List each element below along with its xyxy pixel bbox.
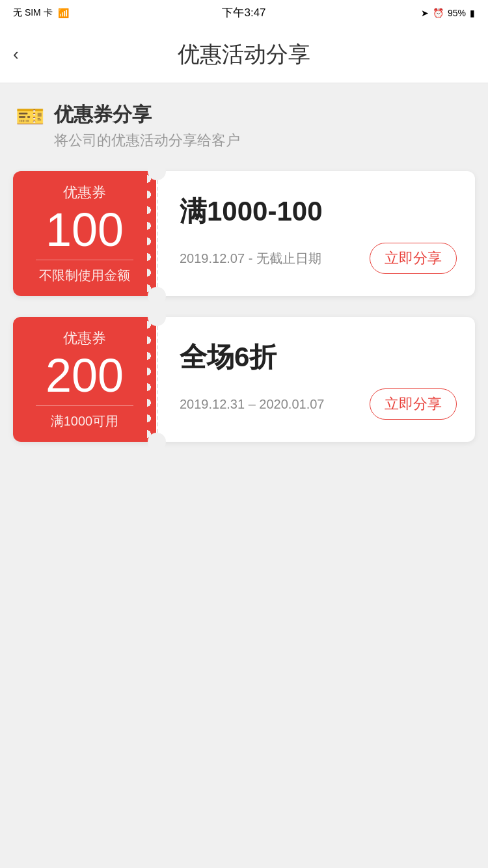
battery-text: 95% [448, 8, 466, 18]
status-bar: 无 SIM 卡 📶 下午3:47 ➤ ⏰ 95% ▮ [0, 0, 488, 26]
section-text-group: 优惠券分享 将公司的优惠活动分享给客户 [54, 102, 240, 150]
coupon-amount: 200 [46, 352, 124, 399]
coupon-right: 满1000-100 2019.12.07 - 无截止日期 立即分享 [156, 171, 475, 296]
coupon-condition: 不限制使用金额 [39, 267, 130, 284]
coupon-bottom-row: 2019.12.07 - 无截止日期 立即分享 [180, 243, 457, 274]
share-button[interactable]: 立即分享 [370, 243, 457, 274]
coupon-left: 优惠券 100 不限制使用金额 [13, 171, 156, 296]
notch-bottom [148, 287, 166, 305]
coupon-amount: 100 [46, 206, 124, 253]
coupon-divider-line [36, 405, 133, 406]
notch-top [148, 308, 166, 326]
coupon-divider-line [36, 260, 133, 260]
status-right: ➤ ⏰ 95% ▮ [421, 8, 475, 18]
coupon-section-icon: 🎫 [16, 103, 45, 130]
share-button[interactable]: 立即分享 [370, 388, 457, 420]
coupon-name: 满1000-100 [180, 193, 457, 230]
coupon-date: 2019.12.31 – 2020.01.07 [180, 397, 324, 412]
status-time: 下午3:47 [222, 5, 265, 20]
alarm-icon: ⏰ [433, 8, 444, 18]
notch-bottom [148, 433, 166, 451]
page-title: 优惠活动分享 [178, 40, 310, 70]
nav-bar: ‹ 优惠活动分享 [0, 26, 488, 83]
notch-top [148, 162, 166, 180]
coupon-card: 优惠券 100 不限制使用金额 满1000-100 2019.12.07 - 无… [13, 171, 475, 296]
coupon-card: 优惠券 200 满1000可用 全场6折 2019.12.31 – 2020.0… [13, 317, 475, 442]
location-icon: ➤ [421, 8, 429, 18]
back-button[interactable]: ‹ [13, 44, 19, 64]
section-header: 🎫 优惠券分享 将公司的优惠活动分享给客户 [0, 83, 488, 161]
status-left: 无 SIM 卡 📶 [13, 7, 69, 19]
coupon-bottom-row: 2019.12.31 – 2020.01.07 立即分享 [180, 388, 457, 420]
coupon-date: 2019.12.07 - 无截止日期 [180, 250, 321, 267]
section-subtitle: 将公司的优惠活动分享给客户 [54, 131, 240, 150]
no-sim-text: 无 SIM 卡 [13, 7, 53, 19]
bottom-spacer [0, 478, 488, 843]
coupon-condition: 满1000可用 [51, 413, 119, 430]
coupon-left: 优惠券 200 满1000可用 [13, 317, 156, 442]
coupon-name: 全场6折 [180, 339, 457, 375]
section-title: 优惠券分享 [54, 102, 240, 128]
wifi-icon: 📶 [58, 8, 69, 18]
coupon-label: 优惠券 [63, 183, 106, 202]
coupon-right: 全场6折 2019.12.31 – 2020.01.07 立即分享 [156, 317, 475, 442]
coupon-label: 优惠券 [63, 329, 106, 348]
coupon-list: 优惠券 100 不限制使用金额 满1000-100 2019.12.07 - 无… [0, 161, 488, 478]
battery-icon: ▮ [470, 8, 475, 18]
